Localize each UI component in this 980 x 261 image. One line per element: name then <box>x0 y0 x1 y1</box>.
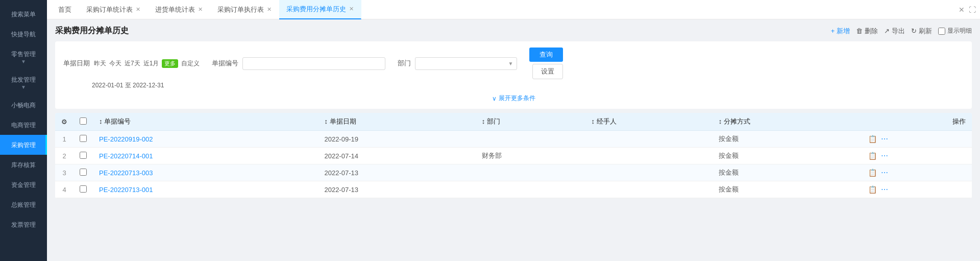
tab-purchase-cost-history[interactable]: 采购费用分摊单历史 ✕ <box>279 0 361 19</box>
row-3-checkbox[interactable] <box>80 169 87 176</box>
tab-home[interactable]: 首页 <box>51 0 79 19</box>
sidebar-item-invoice[interactable]: 发票管理 <box>0 215 47 234</box>
row-1-num: 1 <box>55 131 74 148</box>
dept-input[interactable] <box>415 57 517 70</box>
expand-chevron-icon: ∨ <box>492 95 497 102</box>
table-col-dept[interactable]: ↕ 部门 <box>476 113 585 131</box>
sidebar-item-purchase[interactable]: 采购管理 <box>0 135 47 155</box>
tab-close-purchase-exec[interactable]: ✕ <box>267 6 272 13</box>
row-1-checkbox-cell <box>74 131 93 148</box>
sidebar-item-inventory[interactable]: 库存核算 <box>0 155 47 175</box>
tab-goods-stats[interactable]: 进货单统计表 ✕ <box>148 0 210 19</box>
table-col-doc-no[interactable]: ↕ 单据编号 <box>93 113 318 131</box>
row-4-checkbox-cell <box>74 181 93 198</box>
row-3-doc-no-link[interactable]: PE-20220713-003 <box>99 169 153 177</box>
row-3-handler <box>585 164 713 181</box>
row-3-date: 2022-07-13 <box>318 164 475 181</box>
row-2-num: 2 <box>55 148 74 164</box>
table-row: 1 PE-20220919-002 2022-09-19 按金额 📋 ⋯ <box>55 131 972 148</box>
shortcut-7days[interactable]: 近7天 <box>125 59 140 68</box>
expand-more-btn[interactable]: ∨ 展开更多条件 <box>63 94 964 103</box>
page-title: 采购费用分摊单历史 <box>55 26 129 36</box>
export-button[interactable]: ↗ 导出 <box>884 27 905 36</box>
date-range-display: 2022-01-01 至 2022-12-31 <box>92 81 964 90</box>
row-1-handler <box>585 131 713 148</box>
delete-button[interactable]: 🗑 删除 <box>856 27 878 36</box>
date-filter-label: 单据日期 <box>63 59 90 68</box>
retail-arrow-icon: ▼ <box>2 59 45 64</box>
row-2-more-icon[interactable]: ⋯ <box>881 152 888 160</box>
sidebar-item-search[interactable]: 搜索菜单 <box>0 4 47 24</box>
row-4-checkbox[interactable] <box>80 185 87 193</box>
table-col-setting[interactable]: ⚙ <box>55 113 74 131</box>
shortcut-custom[interactable]: 自定义 <box>181 59 200 68</box>
sidebar-item-ecommerce[interactable]: 电商管理 <box>0 115 47 135</box>
row-1-doc-no-link[interactable]: PE-20220919-002 <box>99 135 153 143</box>
filter-row: 单据日期 昨天 今天 近7天 近1月 更多 自定义 单据编号 <box>63 48 964 79</box>
sidebar-item-wholesale[interactable]: 批发管理 ▼ <box>0 69 47 95</box>
table-col-handler[interactable]: ↕ 经手人 <box>585 113 713 131</box>
tab-maximize-icon[interactable]: ⛶ <box>969 6 976 14</box>
main-area: 首页 采购订单统计表 ✕ 进货单统计表 ✕ 采购订单执行表 ✕ 采购费用分摊单历… <box>47 0 980 261</box>
sidebar-item-retail[interactable]: 零售管理 ▼ <box>0 44 47 69</box>
row-2-split-method: 按金额 <box>713 148 863 164</box>
refresh-icon: ↻ <box>911 27 917 35</box>
shortcut-more[interactable]: 更多 <box>162 59 178 68</box>
sidebar-item-finance[interactable]: 资金管理 <box>0 175 47 195</box>
data-table: ⚙ ↕ 单据编号 ↕ 单据日期 ↕ 部门 ↕ 经手人 ↕ 分摊方式 操作 1 <box>55 113 972 198</box>
doc-no-input[interactable] <box>242 57 385 70</box>
refresh-button[interactable]: ↻ 刷新 <box>911 27 932 36</box>
row-4-doc-no-link[interactable]: PE-20220713-001 <box>99 186 153 194</box>
tab-purchase-order-stats[interactable]: 采购订单统计表 ✕ <box>79 0 148 19</box>
row-4-split-method: 按金额 <box>713 181 863 198</box>
row-1-edit-icon[interactable]: 📋 <box>868 135 877 143</box>
doc-no-label: 单据编号 <box>212 59 238 68</box>
show-columns-checkbox-wrapper[interactable]: 显示明细 <box>938 27 972 35</box>
sidebar-item-ecommerce-small[interactable]: 小畅电商 <box>0 95 47 115</box>
table-row: 2 PE-20220714-001 2022-07-14 财务部 按金额 📋 ⋯ <box>55 148 972 164</box>
add-button[interactable]: + 新增 <box>831 27 850 36</box>
tab-close-purchase-order-stats[interactable]: ✕ <box>136 6 140 13</box>
export-icon: ↗ <box>884 27 890 35</box>
shortcut-yesterday[interactable]: 昨天 <box>94 59 106 68</box>
setting-button[interactable]: 设置 <box>532 64 563 79</box>
dept-label: 部门 <box>398 59 411 68</box>
row-4-op: 📋 ⋯ <box>862 181 972 198</box>
show-columns-checkbox[interactable] <box>938 28 945 35</box>
row-3-more-icon[interactable]: ⋯ <box>881 169 888 177</box>
select-all-checkbox[interactable] <box>80 117 87 125</box>
dept-select-wrapper <box>415 57 517 70</box>
tab-close-purchase-cost-history[interactable]: ✕ <box>349 6 354 12</box>
table-col-split-method[interactable]: ↕ 分摊方式 <box>713 113 863 131</box>
row-1-more-icon[interactable]: ⋯ <box>881 135 888 143</box>
query-button[interactable]: 查询 <box>529 48 563 62</box>
row-1-checkbox[interactable] <box>80 135 87 142</box>
shortcut-1month[interactable]: 近1月 <box>143 59 159 68</box>
tab-purchase-exec[interactable]: 采购订单执行表 ✕ <box>210 0 279 19</box>
shortcut-today[interactable]: 今天 <box>109 59 121 68</box>
row-1-dept <box>476 131 585 148</box>
row-3-num: 3 <box>55 164 74 181</box>
row-3-op: 📋 ⋯ <box>862 164 972 181</box>
row-2-doc-no-link[interactable]: PE-20220714-001 <box>99 152 153 160</box>
table-header-row: ⚙ ↕ 单据编号 ↕ 单据日期 ↕ 部门 ↕ 经手人 ↕ 分摊方式 操作 <box>55 113 972 131</box>
sidebar-item-ledger[interactable]: 总账管理 <box>0 195 47 215</box>
row-4-handler <box>585 181 713 198</box>
row-1-op: 📋 ⋯ <box>862 131 972 148</box>
row-4-more-icon[interactable]: ⋯ <box>881 185 888 194</box>
table-row: 4 PE-20220713-001 2022-07-13 按金额 📋 ⋯ <box>55 181 972 198</box>
row-3-edit-icon[interactable]: 📋 <box>868 169 877 177</box>
wholesale-arrow-icon: ▼ <box>2 84 45 90</box>
table-col-date[interactable]: ↕ 单据日期 <box>318 113 475 131</box>
tab-close-all-icon[interactable]: ✕ <box>959 6 965 14</box>
date-shortcuts: 昨天 今天 近7天 近1月 更多 自定义 <box>94 59 200 68</box>
row-2-edit-icon[interactable]: 📋 <box>868 152 877 160</box>
row-4-doc-no: PE-20220713-001 <box>93 181 318 198</box>
row-2-checkbox-cell <box>74 148 93 164</box>
row-3-checkbox-cell <box>74 164 93 181</box>
sidebar-item-quick-nav[interactable]: 快捷导航 <box>0 24 47 44</box>
tab-close-goods-stats[interactable]: ✕ <box>198 6 203 13</box>
row-2-checkbox[interactable] <box>80 152 87 159</box>
row-1-doc-no: PE-20220919-002 <box>93 131 318 148</box>
row-4-edit-icon[interactable]: 📋 <box>868 185 877 194</box>
